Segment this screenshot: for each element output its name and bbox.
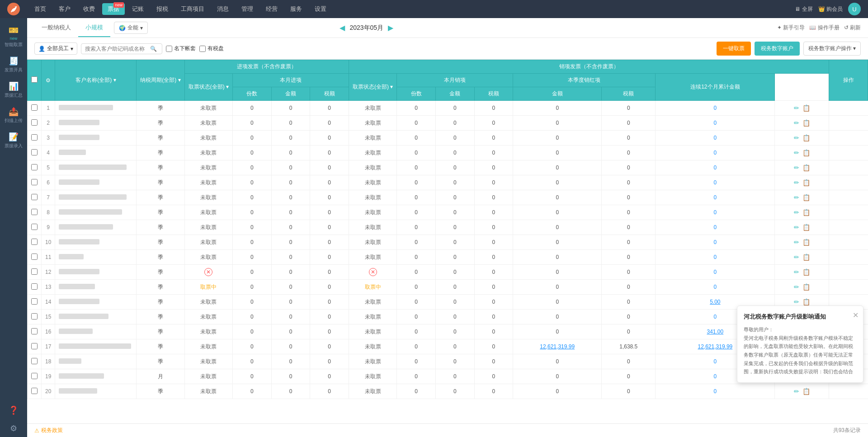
copy-btn[interactable]: 📋 — [802, 118, 811, 127]
edit-btn[interactable]: ✏ — [793, 297, 800, 306]
edit-btn[interactable]: ✏ — [793, 193, 800, 202]
nav-service[interactable]: 服务 — [285, 3, 307, 15]
row-checkbox[interactable] — [31, 298, 38, 305]
row-checkbox[interactable] — [31, 343, 38, 349]
edit-btn[interactable]: ✏ — [793, 282, 800, 291]
copy-btn[interactable]: 📋 — [802, 253, 811, 262]
edit-btn[interactable]: ✏ — [793, 148, 800, 157]
edit-btn[interactable]: ✏ — [793, 103, 800, 113]
nav-home[interactable]: 首页 — [29, 3, 52, 15]
tax-digital-account-op-btn[interactable]: 税务数字账户操作 ▾ — [803, 42, 861, 56]
cell-checkbox[interactable] — [28, 160, 42, 175]
cell-checkbox[interactable] — [28, 339, 42, 354]
search-input[interactable] — [85, 46, 148, 52]
cell-checkbox[interactable] — [28, 131, 42, 146]
tax-policy-link[interactable]: 税务政策 — [41, 427, 63, 434]
employee-select[interactable]: 👤 全部员工 ▾ — [34, 42, 77, 55]
th-settings[interactable]: ⚙ — [42, 60, 55, 101]
copy-btn[interactable]: 📋 — [802, 238, 811, 247]
nav-ticket[interactable]: 票据 new — [102, 3, 125, 15]
row-checkbox[interactable] — [31, 283, 38, 290]
tax-digital-account-btn[interactable]: 税务数字账户 — [755, 42, 800, 56]
select-all-checkbox[interactable] — [31, 76, 38, 83]
avatar[interactable]: U — [848, 3, 861, 15]
edit-btn[interactable]: ✏ — [793, 238, 800, 247]
cell-checkbox[interactable] — [28, 235, 42, 250]
row-checkbox[interactable] — [31, 328, 38, 334]
tax-disk-checkbox-label[interactable]: 有税盘 — [199, 45, 224, 52]
cell-checkbox[interactable] — [28, 310, 42, 324]
period-next-btn[interactable]: ▶ — [388, 23, 393, 32]
row-checkbox[interactable] — [31, 268, 38, 275]
cell-checkbox[interactable] — [28, 146, 42, 160]
row-checkbox[interactable] — [31, 358, 38, 364]
subledger-checkbox-label[interactable]: 名下帐套 — [166, 45, 196, 52]
th-checkbox[interactable] — [28, 60, 42, 101]
nav-fee[interactable]: 收费 — [78, 3, 100, 15]
cell-checkbox[interactable] — [28, 369, 42, 384]
row-checkbox[interactable] — [31, 254, 38, 260]
edit-btn[interactable]: ✏ — [793, 208, 800, 217]
edit-btn[interactable]: ✏ — [793, 387, 800, 396]
edit-btn[interactable]: ✏ — [793, 223, 800, 232]
member-btn[interactable]: 👑 购会员 — [818, 5, 843, 13]
copy-btn[interactable]: 📋 — [802, 223, 811, 232]
edit-btn[interactable]: ✏ — [793, 253, 800, 262]
row-checkbox[interactable] — [31, 239, 38, 245]
row-checkbox[interactable] — [31, 224, 38, 230]
cell-checkbox[interactable] — [28, 250, 42, 265]
sidebar-item-invoice-open[interactable]: 🧾 发票开具 — [0, 52, 27, 77]
nav-client[interactable]: 客户 — [53, 3, 76, 15]
sidebar-item-scan-upload[interactable]: 📤 扫描上传 — [0, 103, 27, 127]
edit-btn[interactable]: ✏ — [793, 163, 800, 172]
edit-btn[interactable]: ✏ — [793, 118, 800, 127]
cell-checkbox[interactable] — [28, 205, 42, 220]
cell-checkbox[interactable] — [28, 265, 42, 280]
sidebar-item-bottom-2[interactable]: ⚙ — [0, 420, 27, 437]
copy-btn[interactable]: 📋 — [802, 208, 811, 217]
cell-checkbox[interactable] — [28, 384, 42, 399]
edit-btn[interactable]: ✏ — [793, 178, 800, 187]
copy-btn[interactable]: 📋 — [802, 133, 811, 142]
row-checkbox[interactable] — [31, 209, 38, 215]
copy-btn[interactable]: 📋 — [802, 163, 811, 172]
refresh-btn[interactable]: ↺ 刷新 — [844, 24, 861, 32]
copy-btn[interactable]: 📋 — [802, 297, 811, 306]
row-checkbox[interactable] — [31, 104, 38, 111]
row-checkbox[interactable] — [31, 149, 38, 155]
cell-checkbox[interactable] — [28, 295, 42, 310]
row-checkbox[interactable] — [31, 388, 38, 394]
nav-operation[interactable]: 经营 — [260, 3, 283, 15]
notification-close-btn[interactable]: ✕ — [853, 310, 859, 321]
cell-checkbox[interactable] — [28, 354, 42, 369]
cell-checkbox[interactable] — [28, 324, 42, 339]
th-tax-period[interactable]: 纳税周期(全部) ▾ — [137, 60, 184, 101]
new-guide-btn[interactable]: ✦ 新手引导 — [777, 24, 805, 32]
logo[interactable] — [7, 3, 20, 15]
sidebar-item-bottom-1[interactable]: ❓ — [0, 402, 27, 419]
copy-btn[interactable]: 📋 — [802, 193, 811, 202]
cell-checkbox[interactable] — [28, 116, 42, 131]
fullscreen-btn[interactable]: 🖥 全屏 — [795, 5, 812, 13]
copy-btn[interactable]: 📋 — [802, 268, 811, 277]
period-prev-btn[interactable]: ◀ — [340, 23, 345, 32]
row-checkbox[interactable] — [31, 179, 38, 185]
copy-btn[interactable]: 📋 — [802, 178, 811, 187]
edit-btn[interactable]: ✏ — [793, 133, 800, 142]
tab-general-taxpayer[interactable]: 一般纳税人 — [34, 19, 78, 37]
row-checkbox[interactable] — [31, 194, 38, 200]
cell-checkbox[interactable] — [28, 220, 42, 235]
row-checkbox[interactable] — [31, 119, 38, 126]
subledger-checkbox[interactable] — [166, 46, 172, 52]
nav-settings[interactable]: 设置 — [309, 3, 332, 15]
th-in-status[interactable]: 取票状态(全部) ▾ — [184, 74, 232, 101]
th-out-status[interactable]: 取票状态(全部) ▾ — [349, 74, 396, 101]
tax-disk-checkbox[interactable] — [199, 46, 206, 52]
row-checkbox[interactable] — [31, 373, 38, 379]
nav-accounting[interactable]: 记账 — [127, 3, 149, 15]
copy-btn[interactable]: 📋 — [802, 387, 811, 396]
sidebar-item-smart-ticket[interactable]: 🎫 new 智能取票 — [0, 22, 27, 52]
cell-checkbox[interactable] — [28, 101, 42, 116]
row-checkbox[interactable] — [31, 164, 38, 170]
nav-management[interactable]: 管理 — [236, 3, 259, 15]
